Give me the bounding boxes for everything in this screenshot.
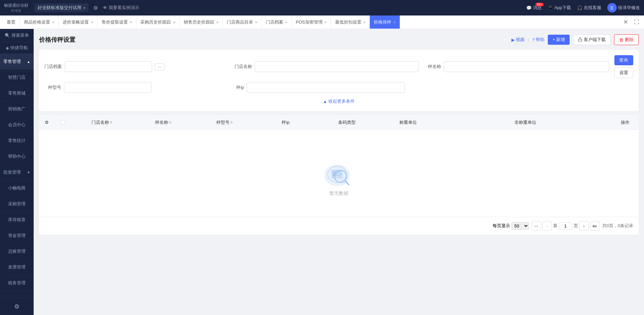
pager: ⏮ ‹ 算 页 › ⏭ (532, 221, 600, 231)
notifications-btn[interactable]: 💬 消息 99+ (526, 5, 542, 11)
sidebar-item-help[interactable]: 帮助中心 (0, 149, 34, 165)
per-page-label: 每页显示 (493, 223, 510, 229)
sidebar-item-invoice[interactable]: 发票管理 (0, 259, 34, 275)
sidebar-item-wholesale[interactable]: 批发管理 ▼ (0, 165, 34, 180)
sidebar-bottom: ⚙ (0, 298, 34, 315)
select-all-checkbox[interactable] (61, 120, 65, 125)
page-header: 价格传秤设置 ▶ 视频 | ? 帮助 + 新增 凸 客户端下载 🗑 (39, 34, 639, 45)
table-col-scale-model: 秤型号 ⇅ (194, 119, 255, 126)
collapse-button[interactable]: ▲ 收起更多条件 (320, 97, 358, 106)
gear-icon: ⚙ (45, 120, 49, 125)
per-page-selector: 每页显示 50 10 20 100 (493, 222, 529, 230)
sidebar-item-purchase[interactable]: 采购管理 (0, 196, 34, 212)
help-icon: ? (532, 37, 535, 42)
store-profile-label: 门店档案 (44, 64, 62, 70)
settings-icon[interactable]: ⚙ (92, 3, 99, 12)
online-service-btn[interactable]: 🎧 在线客服 (577, 5, 601, 11)
store-name-input[interactable] (255, 61, 419, 72)
delete-icon: 🗑 (619, 37, 623, 42)
sidebar-item-retail-stats[interactable]: 零售统计 (0, 133, 34, 149)
avatar: E (607, 3, 617, 12)
store-profile-ellipsis-btn[interactable]: ··· (155, 63, 165, 70)
tab-home[interactable]: 首页 (3, 15, 20, 29)
close-tab-btn[interactable]: ✕ (621, 18, 630, 26)
page-info: 算 页 (553, 222, 578, 230)
first-page-btn[interactable]: ⏮ (532, 221, 541, 231)
scale-name-field: 秤名称 (424, 61, 609, 72)
table-col-weight-unit: 称重单位 (378, 119, 439, 126)
table-col-gear[interactable]: ⚙ (39, 120, 55, 125)
nav-icon: ◈ (6, 45, 9, 50)
table-col-scale-ip: 秤ip (255, 119, 316, 126)
sort-icon[interactable]: ⇅ (169, 120, 172, 124)
table-col-check[interactable] (55, 120, 71, 125)
close-icon[interactable]: × (216, 20, 218, 24)
sidebar-item-member[interactable]: 会员中心 (0, 117, 34, 133)
store-profile-input[interactable] (65, 61, 152, 72)
app-download-btn[interactable]: 📱 App下载 (548, 5, 571, 11)
tab-min-discount[interactable]: 最低折扣设置 × (331, 15, 370, 29)
scale-ip-input[interactable] (247, 82, 404, 93)
sidebar-item-finance[interactable]: 资金管理 (0, 228, 34, 244)
app-title: 畅捷通好业财 (4, 3, 28, 8)
tab-store-profile[interactable]: 门店档案 × (262, 15, 292, 29)
download-button[interactable]: 凸 客户端下载 (573, 34, 611, 45)
sidebar-item-retail-mall[interactable]: 零售商城 (0, 85, 34, 101)
prev-page-btn[interactable]: ‹ (542, 221, 552, 231)
scale-name-input[interactable] (444, 61, 609, 72)
sidebar-item-tax[interactable]: 税务管理 (0, 275, 34, 291)
table-container: ⚙ 门店名称 ⇅ 秤名称 ⇅ 秤型号 ⇅ 秤ip (39, 115, 639, 235)
scale-model-input[interactable] (64, 82, 151, 93)
per-page-select[interactable]: 50 10 20 100 (511, 222, 529, 230)
store-name-label: 门店名称 (235, 64, 252, 70)
sidebar-item-retail-mgmt[interactable]: 零售管理 ▲ (0, 54, 34, 70)
close-icon[interactable]: × (363, 20, 365, 24)
table-col-non-weight-unit: 非称重单位 (439, 119, 612, 126)
tab-purchase-strategy[interactable]: 进价策略设置 × (59, 15, 97, 29)
close-icon[interactable]: × (91, 20, 93, 24)
sidebar-item-smart-store[interactable]: 智慧门店 (0, 70, 34, 85)
sidebar-item-marketing[interactable]: 营销推广 (0, 101, 34, 117)
expand-tab-btn[interactable]: ⛶ (632, 19, 641, 26)
tab-store-catalog[interactable]: 门店商品目录 × (223, 15, 261, 29)
last-page-btn[interactable]: ⏭ (590, 221, 600, 231)
delete-button[interactable]: 🗑 删除 (614, 34, 639, 45)
version-label: 好业财标准版交付试用 (38, 5, 81, 11)
sidebar-item-inventory[interactable]: 库存核算 (0, 212, 34, 228)
table-header: ⚙ 门店名称 ⇅ 秤名称 ⇅ 秤型号 ⇅ 秤ip (39, 115, 639, 130)
settings-form-button[interactable]: 设置 (614, 67, 633, 78)
close-icon[interactable]: × (130, 20, 132, 24)
user-menu-btn[interactable]: E 徐泽华修改 (607, 3, 640, 12)
tab-purchase-history[interactable]: 采购历史价跟踪 × (136, 15, 179, 29)
demo-btn[interactable]: 👁 我要看实例演示 (103, 5, 139, 11)
close-icon[interactable]: × (393, 20, 395, 24)
sort-icon[interactable]: ⇅ (230, 120, 233, 124)
empty-illustration (319, 157, 359, 190)
form-row-2: 秤型号 秤ip (44, 82, 633, 93)
page-number-input[interactable] (559, 222, 572, 230)
tab-pos-encrypt[interactable]: POS加密管理 × (292, 15, 331, 29)
close-icon[interactable]: × (285, 20, 287, 24)
help-link[interactable]: ? 帮助 (532, 37, 544, 43)
search-form: 门店档案 ··· 门店名称 秤名称 查询 设置 (39, 50, 639, 111)
tab-sale-extract[interactable]: 售价提取设置 × (98, 15, 136, 29)
gear-icon[interactable]: ⚙ (14, 303, 20, 310)
add-button[interactable]: + 新增 (548, 35, 570, 45)
tab-price-settings[interactable]: 商品价格设置 × (20, 15, 59, 29)
sidebar-nav[interactable]: ◈ 快捷导航 (0, 42, 34, 54)
video-link[interactable]: ▶ 视频 (511, 37, 525, 43)
sort-icon[interactable]: ⇅ (110, 120, 112, 124)
tab-price-scale[interactable]: 价格传秤 × (370, 15, 400, 29)
close-icon[interactable]: × (255, 20, 257, 24)
query-button[interactable]: 查询 (614, 55, 633, 65)
close-icon[interactable]: × (173, 20, 175, 24)
tab-sales-history[interactable]: 销售历史价跟踪 × (180, 15, 223, 29)
close-icon[interactable]: × (325, 20, 327, 24)
chevron-up-icon: ▲ (323, 99, 327, 104)
close-icon[interactable]: × (52, 20, 54, 24)
next-page-btn[interactable]: › (579, 221, 589, 231)
sidebar-item-ecommerce[interactable]: 小畅电商 (0, 180, 34, 196)
version-selector[interactable]: 好业财标准版交付试用 ▾ (34, 3, 88, 12)
sidebar-search[interactable]: 🔍 搜索菜单 (0, 29, 34, 42)
sidebar-item-ledger[interactable]: 总账管理 (0, 244, 34, 259)
